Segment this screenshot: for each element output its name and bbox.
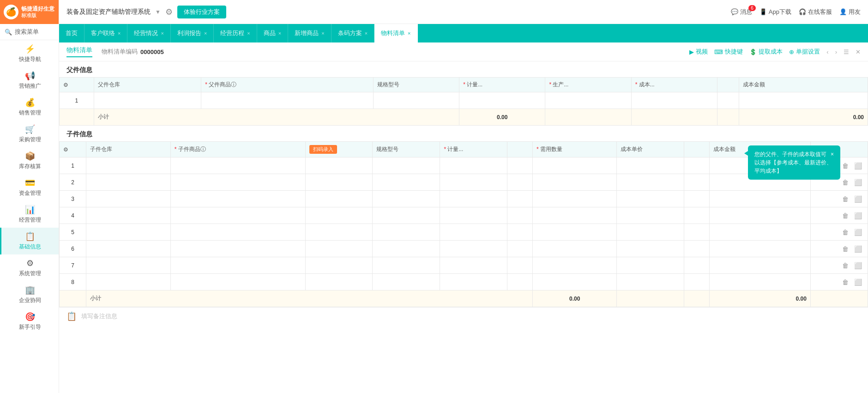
child-cell-unit-1[interactable] [440,157,507,174]
nav-tab-close-3[interactable]: × [204,30,207,36]
child-cell-cost-price-4[interactable] [617,207,684,224]
trial-button[interactable]: 体验行业方案 [177,6,226,18]
app-download-btn[interactable]: 📱 App下载 [760,8,791,16]
child-cell-qty-3[interactable] [533,191,617,207]
child-delete-btn-4[interactable]: 🗑 [840,211,850,220]
child-delete-btn-5[interactable]: 🗑 [840,228,850,237]
note-placeholder[interactable]: 填写备注信息 [81,312,117,320]
child-cell-product-5[interactable] [170,224,305,241]
child-copy-btn-5[interactable]: ⬜ [852,228,864,237]
sidebar-item-finance[interactable]: 💳资金管理 [0,174,59,201]
sidebar-item-enterprise[interactable]: 🏢企业协同 [0,281,59,308]
child-cell-unit-5[interactable] [440,224,507,241]
parent-cell-spec[interactable] [373,92,459,109]
child-cell-product-1[interactable] [170,157,305,174]
parent-cell-product[interactable] [201,92,374,109]
child-cell-product-7[interactable] [170,257,305,274]
child-cell-product-6[interactable] [170,241,305,257]
parent-cell-cost[interactable] [631,92,717,109]
search-menu[interactable]: 🔍 搜索菜单 [0,24,59,40]
sidebar-item-marketing[interactable]: 📢营销推广 [0,67,59,94]
parent-cell-produce[interactable] [545,92,631,109]
online-service-btn[interactable]: 🎧 在线客服 [799,8,832,16]
child-delete-btn-1[interactable]: 🗑 [840,161,850,170]
child-cell-product-3[interactable] [170,191,305,207]
child-cell-spec-8[interactable] [373,274,440,290]
child-cell-qty-1[interactable] [533,157,617,174]
sidebar-item-guide[interactable]: 🎯新手引导 [0,308,59,335]
child-cell-warehouse-5[interactable] [86,224,170,241]
child-cell-cost-price-5[interactable] [617,224,684,241]
sidebar-item-system[interactable]: ⚙系统管理 [0,254,59,281]
nav-tab-5[interactable]: 商品× [257,24,288,42]
child-cell-qty-8[interactable] [533,274,617,290]
next-btn[interactable]: › [835,48,837,55]
child-cell-unit-7[interactable] [440,257,507,274]
nav-tab-0[interactable]: 首页 [59,24,84,42]
child-cell-unit-4[interactable] [440,207,507,224]
cost-action[interactable]: 💲 提取成本 [749,48,783,56]
child-cell-unit-8[interactable] [440,274,507,290]
child-cell-qty-6[interactable] [533,241,617,257]
child-cell-cost-price-6[interactable] [617,241,684,257]
nav-tab-close-8[interactable]: × [408,30,410,36]
child-copy-btn-6[interactable]: ⬜ [852,244,864,254]
tab-bom-list[interactable]: 物料清单 [66,46,92,57]
child-cell-product-2[interactable] [170,174,305,191]
child-delete-btn-3[interactable]: 🗑 [840,194,850,204]
child-cell-cost-price-3[interactable] [617,191,684,207]
child-cell-cost-price-7[interactable] [617,257,684,274]
child-cell-qty-5[interactable] [533,224,617,241]
child-cell-unit-6[interactable] [440,241,507,257]
child-cell-warehouse-8[interactable] [86,274,170,290]
nav-tab-3[interactable]: 利润报告× [171,24,214,42]
child-cell-spec-3[interactable] [373,191,440,207]
child-cell-spec-5[interactable] [373,224,440,241]
child-cell-cost-price-2[interactable] [617,174,684,191]
child-delete-btn-2[interactable]: 🗑 [840,178,850,187]
child-cell-warehouse-2[interactable] [86,174,170,191]
nav-tab-6[interactable]: 新增商品× [288,24,331,42]
parent-cell-unit[interactable] [459,92,545,109]
child-copy-btn-8[interactable]: ⬜ [852,278,864,287]
tooltip-close-btn[interactable]: × [831,150,834,158]
child-delete-btn-8[interactable]: 🗑 [840,278,850,287]
child-cell-unit-3[interactable] [440,191,507,207]
parent-cell-warehouse[interactable] [94,92,201,109]
child-cell-warehouse-4[interactable] [86,207,170,224]
child-cell-product-8[interactable] [170,274,305,290]
child-copy-btn-4[interactable]: ⬜ [852,211,864,220]
child-cell-warehouse-6[interactable] [86,241,170,257]
nav-tab-8[interactable]: 物料清单× [374,24,417,42]
sidebar-item-operations[interactable]: 📊经营管理 [0,201,59,228]
child-cell-spec-2[interactable] [373,174,440,191]
child-cell-warehouse-7[interactable] [86,257,170,274]
child-copy-btn-3[interactable]: ⬜ [852,194,864,204]
child-cell-qty-2[interactable] [533,174,617,191]
child-col-settings[interactable]: ⚙ [60,142,86,157]
prev-btn[interactable]: ‹ [826,48,828,55]
settings-icon[interactable]: ⚙ [165,7,173,17]
child-delete-btn-6[interactable]: 🗑 [840,244,850,254]
child-cell-cost-price-8[interactable] [617,274,684,290]
nav-tab-7[interactable]: 条码方案× [332,24,374,42]
close-page-btn[interactable]: ✕ [856,48,861,55]
view-action[interactable]: ▶ 视频 [689,48,708,56]
message-btn[interactable]: 💬 消息 6 [731,8,752,16]
child-cell-qty-7[interactable] [533,257,617,274]
nav-tab-1[interactable]: 客户联络× [84,24,127,42]
nav-tab-close-6[interactable]: × [321,30,324,36]
child-cell-spec-7[interactable] [373,257,440,274]
child-cell-unit-2[interactable] [440,174,507,191]
sidebar-item-purchase[interactable]: 🛒采购管理 [0,121,59,147]
single-settings-action[interactable]: ⊕ 单据设置 [789,48,820,56]
child-cell-spec-4[interactable] [373,207,440,224]
nav-tab-close-1[interactable]: × [118,30,121,36]
parent-col-settings[interactable]: ⚙ [60,78,94,92]
child-cell-warehouse-3[interactable] [86,191,170,207]
user-menu[interactable]: 👤 用友 [839,8,861,16]
child-copy-btn-7[interactable]: ⬜ [852,261,864,270]
child-cell-qty-4[interactable] [533,207,617,224]
scan-btn[interactable]: 扫码录入 [309,145,337,154]
child-cell-spec-6[interactable] [373,241,440,257]
